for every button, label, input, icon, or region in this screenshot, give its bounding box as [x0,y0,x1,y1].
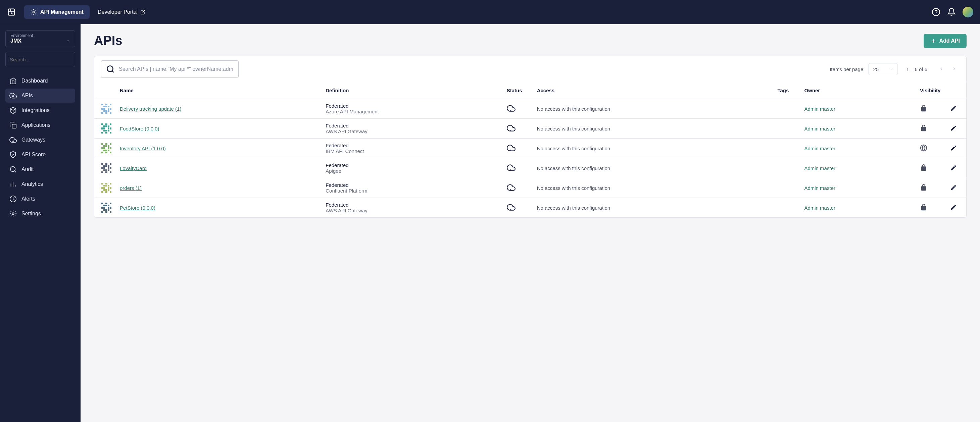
table-row: Delivery tracking update (1)FederatedAzu… [94,99,966,119]
edit-button[interactable] [950,127,957,133]
sidebar-item-label: Audit [21,167,33,173]
status-cell [503,178,533,198]
owner-link[interactable]: Admin master [804,185,835,191]
sidebar-search[interactable] [5,52,75,67]
api-name-link[interactable]: FoodStore (0.0.0) [120,126,159,132]
owner-link[interactable]: Admin master [804,126,835,132]
items-per-page-select[interactable]: 25 [869,63,897,75]
visibility-cell [916,178,946,198]
sidebar-item-label: APIs [21,93,33,98]
cloud-status-icon [507,128,515,133]
shield-check-icon [10,151,17,158]
sidebar-item-audit[interactable]: Audit [5,162,75,176]
avatar[interactable] [963,7,973,17]
pencil-icon [950,186,957,192]
sidebar-item-label: Applications [21,122,50,128]
sidebar-item-integrations[interactable]: Integrations [5,103,75,117]
svg-point-9 [107,66,113,71]
edit-button[interactable] [950,167,957,172]
edit-button[interactable] [950,206,957,212]
bell-icon[interactable] [947,8,956,16]
sidebar-item-label: Alerts [21,196,35,202]
owner-link[interactable]: Admin master [804,106,835,112]
api-name-link[interactable]: Inventory API (1.0.0) [120,146,166,151]
items-per-page-label: Items per page: [830,67,865,72]
nav-api-management[interactable]: API Management [24,5,90,19]
sidebar-item-settings[interactable]: Settings [5,207,75,221]
tags-cell [773,178,800,198]
cube-icon [10,107,17,114]
environment-label: Environment [10,33,70,38]
sidebar-item-dashboard[interactable]: Dashboard [5,74,75,88]
api-list-card: Items per page: 25 1 – 6 of 6 [94,56,967,218]
access-text: No access with this configuration [533,119,773,138]
col-access: Access [533,82,773,99]
tags-cell [773,99,800,119]
sidebar-item-label: Integrations [21,107,50,113]
api-avatar-icon [101,163,112,173]
prev-page-button[interactable] [936,64,947,75]
pencil-icon [950,206,957,212]
table-row: LoyaltyCardFederatedApigeeNo access with… [94,158,966,178]
edit-button[interactable] [950,147,957,152]
globe-icon [920,147,927,152]
visibility-cell [916,138,946,158]
edit-button[interactable] [950,107,957,113]
sidebar: Environment JMX DashboardAPIsIntegration… [0,24,81,422]
environment-selector[interactable]: Environment JMX [5,30,75,47]
col-owner: Owner [800,82,916,99]
svg-rect-0 [8,9,15,15]
add-api-button[interactable]: Add API [924,34,967,48]
clock-icon [10,195,17,203]
status-cell [503,99,533,119]
app-logo-icon [7,7,16,17]
sidebar-search-input[interactable] [10,57,73,62]
main-content: APIs Add API Items per page: [81,24,980,422]
visibility-cell [916,158,946,178]
api-name-link[interactable]: LoyaltyCard [120,165,147,171]
pencil-icon [950,107,957,113]
sidebar-item-applications[interactable]: Applications [5,118,75,132]
edit-button[interactable] [950,186,957,192]
nav-developer-portal[interactable]: Developer Portal [98,9,146,15]
api-avatar-icon [101,182,112,193]
owner-link[interactable]: Admin master [804,165,835,171]
status-cell [503,158,533,178]
lock-icon [920,206,927,212]
external-link-icon [140,10,146,15]
cloud-gear-icon [10,92,17,99]
tags-cell [773,119,800,138]
sidebar-item-apis[interactable]: APIs [5,89,75,103]
sidebar-item-api-score[interactable]: API Score [5,148,75,162]
tags-cell [773,198,800,218]
owner-link[interactable]: Admin master [804,146,835,151]
access-text: No access with this configuration [533,158,773,178]
sidebar-item-alerts[interactable]: Alerts [5,192,75,206]
definition-type: Federated [326,143,498,148]
api-search-input[interactable] [119,66,234,72]
next-page-button[interactable] [949,64,959,75]
tags-cell [773,158,800,178]
api-search[interactable] [101,60,239,78]
items-per-page-value: 25 [873,67,879,72]
environment-value: JMX [10,38,21,44]
col-name: Name [116,82,321,99]
sidebar-item-label: Settings [21,211,41,217]
cloud-status-icon [507,187,515,193]
cloud-down-icon [10,136,17,144]
api-name-link[interactable]: orders (1) [120,185,142,191]
visibility-cell [916,119,946,138]
page-title: APIs [94,33,122,48]
access-text: No access with this configuration [533,99,773,119]
api-name-link[interactable]: Delivery tracking update (1) [120,106,181,112]
gear-icon [10,210,17,217]
api-name-link[interactable]: PetStore (0.0.0) [120,205,155,211]
sidebar-item-analytics[interactable]: Analytics [5,177,75,191]
pencil-icon [950,127,957,133]
pagination-range: 1 – 6 of 6 [906,67,927,72]
chevron-right-icon [952,67,956,71]
svg-point-1 [33,11,35,13]
owner-link[interactable]: Admin master [804,205,835,211]
help-icon[interactable] [932,8,940,16]
sidebar-item-gateways[interactable]: Gateways [5,133,75,147]
